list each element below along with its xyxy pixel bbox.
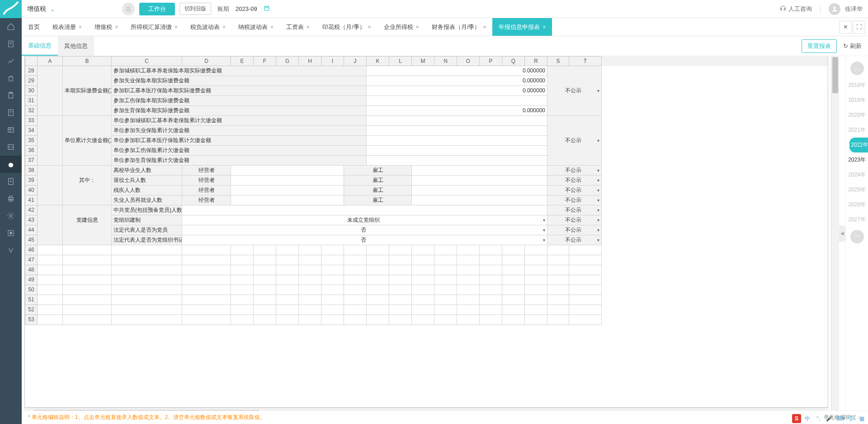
empty-cell[interactable] (412, 285, 434, 295)
empty-cell[interactable] (525, 245, 547, 255)
empty-cell[interactable] (502, 275, 525, 285)
nav-home-icon[interactable] (0, 18, 22, 35)
empty-cell[interactable] (434, 265, 457, 275)
empty-cell[interactable] (38, 295, 63, 305)
tab-9[interactable]: 财务报表（月/季）× (425, 18, 493, 36)
empty-cell[interactable] (412, 275, 434, 285)
empty-cell[interactable] (547, 315, 569, 325)
empty-cell[interactable] (182, 265, 231, 275)
row-header-29[interactable]: 29 (25, 76, 38, 86)
consult-button[interactable]: 人工咨询 (779, 5, 812, 13)
year-2020年[interactable]: 2020年 (847, 108, 867, 123)
row-header-53[interactable]: 53 (25, 315, 38, 325)
s2-pub[interactable] (547, 116, 602, 126)
empty-cell[interactable] (344, 245, 367, 255)
s1-pub[interactable]: 不公示 (547, 86, 602, 96)
s1-pub[interactable] (547, 66, 602, 76)
ime-keyboard-icon[interactable]: ⌨ (835, 414, 844, 423)
s1-value-2[interactable]: 0.000000 (367, 86, 547, 96)
close-icon[interactable]: × (483, 24, 486, 30)
switch-old-button[interactable]: 切到旧版 (179, 3, 211, 15)
empty-cell[interactable] (231, 255, 254, 265)
empty-cell[interactable] (480, 245, 502, 255)
empty-cell[interactable] (389, 305, 412, 315)
col-header-H[interactable]: H (299, 56, 321, 66)
empty-cell[interactable] (112, 255, 182, 265)
empty-cell[interactable] (276, 315, 299, 325)
empty-cell[interactable] (299, 265, 321, 275)
empty-cell[interactable] (38, 245, 63, 255)
close-icon[interactable]: × (79, 24, 82, 30)
empty-cell[interactable] (321, 315, 344, 325)
row-header-34[interactable]: 34 (25, 126, 38, 136)
empty-cell[interactable] (112, 305, 182, 315)
empty-cell[interactable] (547, 265, 569, 275)
reset-button[interactable]: 重置报表 (802, 39, 837, 53)
empty-cell[interactable] (457, 255, 480, 265)
close-icon[interactable]: × (270, 24, 274, 30)
s1-pub[interactable] (547, 76, 602, 86)
col-header-F[interactable]: F (254, 56, 276, 66)
empty-cell[interactable] (389, 285, 412, 295)
empty-cell[interactable] (525, 275, 547, 285)
row-header-32[interactable]: 32 (25, 106, 38, 116)
empty-cell[interactable] (367, 305, 389, 315)
row-header-43[interactable]: 43 (25, 215, 38, 225)
col-header-P[interactable]: P (480, 56, 502, 66)
s2-value-1[interactable] (367, 126, 547, 136)
tab-2[interactable]: 增值税× (88, 18, 124, 36)
row-header-33[interactable]: 33 (25, 116, 38, 126)
s4-pub-0[interactable]: 不公示 (547, 205, 602, 215)
nav-active-icon[interactable] (0, 156, 22, 173)
empty-cell[interactable] (434, 295, 457, 305)
empty-cell[interactable] (367, 275, 389, 285)
row-header-44[interactable]: 44 (25, 225, 38, 235)
nav-export-icon[interactable] (0, 173, 22, 190)
empty-cell[interactable] (276, 245, 299, 255)
s2-value-0[interactable] (367, 116, 547, 126)
col-header-R[interactable]: R (525, 56, 547, 66)
close-icon[interactable]: × (416, 24, 419, 30)
col-header-K[interactable]: K (367, 56, 389, 66)
empty-cell[interactable] (525, 285, 547, 295)
empty-cell[interactable] (299, 305, 321, 315)
empty-cell[interactable] (412, 255, 434, 265)
empty-cell[interactable] (299, 285, 321, 295)
empty-cell[interactable] (502, 305, 525, 315)
empty-cell[interactable] (525, 295, 547, 305)
empty-cell[interactable] (569, 285, 602, 295)
avatar-icon[interactable] (829, 3, 840, 15)
empty-cell[interactable] (112, 285, 182, 295)
empty-cell[interactable] (254, 245, 276, 255)
s3-v1-3[interactable] (231, 195, 344, 205)
tab-5[interactable]: 纳税波动表× (232, 18, 280, 36)
s3-v2-3[interactable] (412, 195, 547, 205)
empty-cell[interactable] (502, 285, 525, 295)
empty-cell[interactable] (63, 305, 112, 315)
col-header-G[interactable]: G (276, 56, 299, 66)
empty-cell[interactable] (569, 305, 602, 315)
s1-value-4[interactable]: 0.000000 (367, 106, 547, 116)
empty-cell[interactable] (276, 275, 299, 285)
col-header-I[interactable]: I (321, 56, 344, 66)
tab-4[interactable]: 税负波动表× (184, 18, 232, 36)
empty-cell[interactable] (63, 315, 112, 325)
empty-cell[interactable] (231, 265, 254, 275)
row-header-45[interactable]: 45 (25, 235, 38, 245)
s2-pub[interactable] (547, 126, 602, 136)
year-2018年[interactable]: 2018年 (847, 78, 867, 93)
year-2027年[interactable]: 2027年 (847, 212, 867, 227)
empty-cell[interactable] (547, 275, 569, 285)
year-panel-toggle-icon[interactable]: ◀ (839, 225, 845, 242)
tab-0[interactable]: 首页 (22, 18, 46, 36)
s2-value-3[interactable] (367, 146, 547, 156)
empty-cell[interactable] (231, 305, 254, 315)
company-select[interactable]: 增值税 ⌄ (27, 5, 118, 13)
empty-cell[interactable] (321, 265, 344, 275)
s3-pub-2[interactable]: 不公示 (547, 186, 602, 195)
s3-v1-2[interactable] (231, 186, 344, 195)
empty-cell[interactable] (434, 305, 457, 315)
s4-val-2[interactable]: 否 (182, 225, 547, 235)
s1-value-0[interactable]: 0.000000 (367, 66, 547, 76)
ime-shirt-icon[interactable]: 👕 (846, 414, 855, 423)
